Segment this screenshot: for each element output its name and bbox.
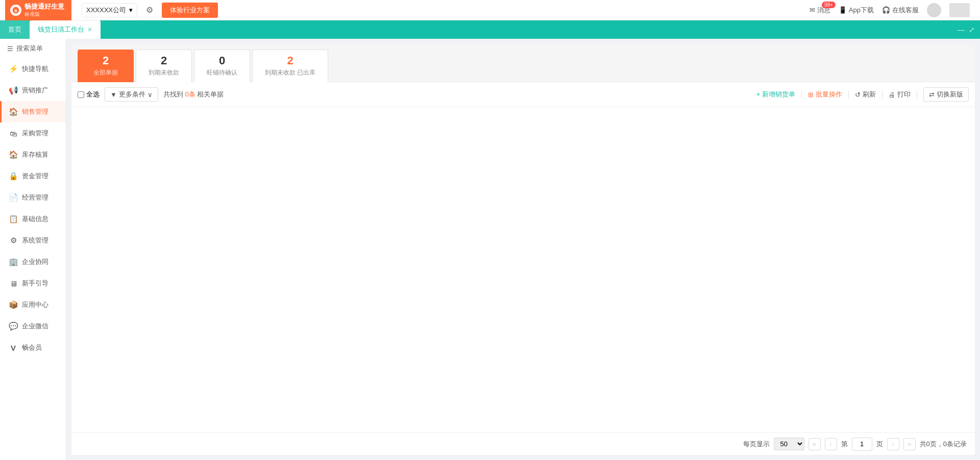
shipped-label: 到期未收款 已出库 — [265, 68, 315, 77]
sidebar-item-search-menu[interactable]: ☰ 搜索菜单 — [0, 39, 66, 58]
found-count: 0条 — [185, 90, 195, 98]
header-right: ✉ 消息 99+ 📱 App下载 🎧 在线客服 — [810, 3, 980, 17]
next-page-button[interactable]: › — [887, 438, 899, 450]
tab-close-icon[interactable]: ✕ — [87, 26, 92, 33]
per-page-select[interactable]: 50 100 200 — [774, 438, 804, 450]
search-icon: ☰ — [7, 45, 13, 53]
logo-area: 6 畅捷通好生意 标准版 — [5, 0, 71, 20]
last-page-icon: » — [908, 441, 911, 448]
refresh-button[interactable]: ↺ 刷新 — [855, 90, 876, 99]
first-page-button[interactable]: « — [808, 438, 821, 450]
appcenter-icon: 📦 — [9, 300, 18, 309]
page-prefix: 第 — [841, 440, 848, 449]
add-order-button[interactable]: + 新增销货单 — [756, 90, 795, 99]
operation-icon: 📄 — [9, 193, 18, 202]
sidebar-item-marketing[interactable]: 📢 营销推广 — [0, 80, 66, 101]
found-text: 共找到 0条 相关单据 — [163, 90, 224, 99]
dropdown-icon: ▾ — [129, 6, 133, 14]
filter-icon: ▼ — [110, 91, 117, 99]
filter-button[interactable]: ▼ 更多条件 ∨ — [105, 87, 158, 102]
tab-cashflow[interactable]: 钱货日清工作台 ✕ — [30, 20, 101, 39]
sidebar-item-inventory[interactable]: 🏠 库存核算 — [0, 144, 66, 165]
tab-maximize-button[interactable]: ⤢ — [969, 26, 975, 34]
sidebar-item-finance[interactable]: 🔒 资金管理 — [0, 165, 66, 187]
logo-icon: 6 — [10, 5, 21, 16]
overdue-count: 2 — [161, 54, 167, 67]
wangpu-count: 0 — [219, 54, 225, 67]
tab-minimize-button[interactable]: — — [958, 26, 965, 34]
per-page-label: 每页显示 — [743, 440, 770, 449]
sidebar-item-enterprise[interactable]: 🏢 企业协同 — [0, 251, 66, 273]
stats-tabs: 2 全部单据 2 到期未收款 0 旺铺待确认 2 到期未收款 已出库 — [71, 44, 975, 82]
purchase-icon: 🛍 — [9, 129, 18, 138]
company-name: XXXXXX公司 — [86, 6, 126, 15]
total-records-label: 共0页，0条记录 — [920, 440, 967, 449]
nav-tab-controls: — ⤢ — [958, 26, 980, 34]
stats-tab-all[interactable]: 2 全部单据 — [78, 50, 134, 82]
sidebar-item-guide[interactable]: 🖥 新手引导 — [0, 273, 66, 294]
chevron-down-icon: ∨ — [148, 91, 153, 99]
sidebar-item-app-center[interactable]: 📦 应用中心 — [0, 294, 66, 316]
stats-tab-wangpu[interactable]: 0 旺铺待确认 — [194, 50, 250, 82]
sidebar-item-wechat[interactable]: 💬 企业微信 — [0, 316, 66, 337]
print-icon: 🖨 — [889, 91, 895, 99]
sidebar-item-system[interactable]: ⚙ 系统管理 — [0, 230, 66, 251]
system-icon: ⚙ — [9, 236, 18, 245]
quicknav-icon: ⚡ — [9, 64, 18, 74]
cashflow-tab-label: 钱货日清工作台 — [38, 25, 84, 34]
service-icon: 🎧 — [882, 6, 890, 14]
page-number-input[interactable] — [852, 438, 872, 451]
last-page-button[interactable]: » — [903, 438, 916, 450]
sidebar-item-operation[interactable]: 📄 经营管理 — [0, 187, 66, 208]
sidebar-item-purchase[interactable]: 🛍 采购管理 — [0, 123, 66, 144]
header-left: 6 畅捷通好生意 标准版 XXXXXX公司 ▾ ⚙ 体验行业方案 — [0, 0, 218, 20]
select-all-input[interactable] — [78, 91, 84, 98]
company-selector[interactable]: XXXXXX公司 ▾ — [82, 3, 137, 17]
settings-button[interactable]: ⚙ — [142, 3, 157, 17]
avatar[interactable] — [927, 3, 941, 17]
select-all-checkbox[interactable]: 全选 — [78, 90, 100, 99]
sidebar-item-basic-info[interactable]: 📋 基础信息 — [0, 208, 66, 230]
finance-icon: 🔒 — [9, 172, 18, 181]
member-icon: V — [9, 343, 18, 352]
app-download-button[interactable]: 📱 App下载 — [839, 6, 874, 15]
switch-icon: ⇄ — [929, 91, 935, 99]
logo-text: 畅捷通好生意 标准版 — [24, 3, 64, 18]
sidebar-item-member[interactable]: V 畅会员 — [0, 337, 66, 358]
prev-page-button[interactable]: ‹ — [825, 438, 837, 450]
sidebar-item-sales[interactable]: 🏠 销售管理 — [0, 101, 66, 123]
marketing-icon: 📢 — [9, 86, 18, 95]
sidebar-item-quick-nav[interactable]: ⚡ 快捷导航 — [0, 58, 66, 80]
stats-tab-shipped[interactable]: 2 到期未收款 已出库 — [252, 50, 328, 82]
content-area: 2 全部单据 2 到期未收款 0 旺铺待确认 2 到期未收款 已出库 — [66, 39, 980, 460]
divider4 — [917, 90, 917, 99]
table-area — [71, 107, 975, 432]
inventory-icon: 🏠 — [9, 150, 18, 159]
experience-button[interactable]: 体验行业方案 — [162, 3, 218, 18]
wangpu-label: 旺铺待确认 — [207, 68, 237, 77]
batch-operation-button[interactable]: ⊞ 批量操作 — [808, 90, 842, 99]
stats-tab-overdue[interactable]: 2 到期未收款 — [136, 50, 192, 82]
refresh-icon: ↺ — [855, 91, 861, 99]
user-menu[interactable] — [949, 3, 970, 17]
basicinfo-icon: 📋 — [9, 214, 18, 224]
nav-tabs: 首页 钱货日清工作台 ✕ — ⤢ — [0, 20, 980, 39]
tab-home[interactable]: 首页 — [0, 20, 30, 39]
toolbar: 全选 ▼ 更多条件 ∨ 共找到 0条 相关单据 + 新增销货单 ⊞ — [71, 82, 975, 107]
wechat-icon: 💬 — [9, 322, 18, 331]
first-page-icon: « — [813, 441, 816, 448]
message-button[interactable]: ✉ 消息 99+ — [810, 6, 830, 15]
batch-icon: ⊞ — [808, 91, 814, 99]
online-service-button[interactable]: 🎧 在线客服 — [882, 6, 919, 15]
switch-version-button[interactable]: ⇄ 切换新版 — [923, 87, 969, 102]
enterprise-icon: 🏢 — [9, 257, 18, 267]
guide-icon: 🖥 — [9, 279, 18, 288]
message-icon: ✉ — [810, 6, 815, 14]
all-orders-count: 2 — [103, 54, 109, 67]
print-button[interactable]: 🖨 打印 — [889, 90, 911, 99]
page-suffix: 页 — [876, 440, 883, 449]
sidebar: ☰ 搜索菜单 ⚡ 快捷导航 📢 营销推广 🏠 销售管理 🛍 采购管理 🏠 库存核… — [0, 39, 66, 460]
inner-content: 2 全部单据 2 到期未收款 0 旺铺待确认 2 到期未收款 已出库 — [71, 44, 975, 455]
divider — [801, 90, 802, 99]
sales-icon: 🏠 — [9, 107, 18, 116]
